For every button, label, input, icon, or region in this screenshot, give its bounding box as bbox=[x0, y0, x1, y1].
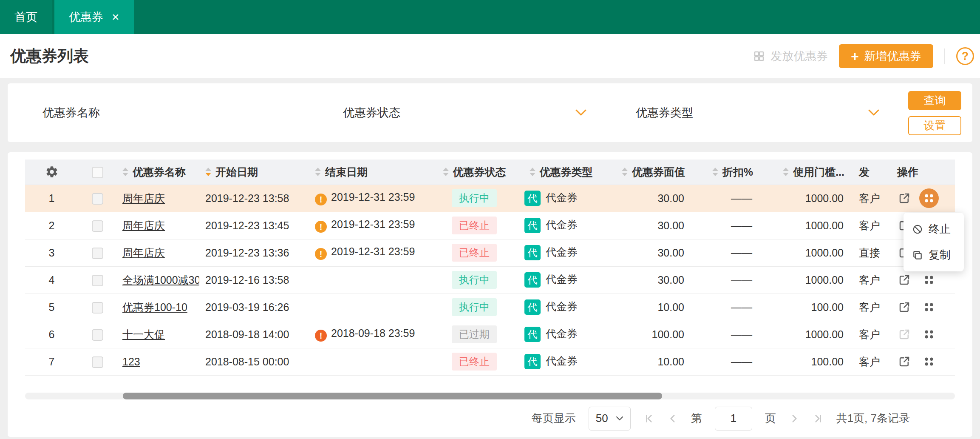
warning-icon: ! bbox=[315, 221, 327, 233]
coupon-name-link[interactable]: 优惠券100-10 bbox=[122, 301, 187, 313]
coupon-status-select[interactable] bbox=[406, 101, 589, 124]
share-icon[interactable] bbox=[898, 301, 911, 314]
sort-icon[interactable] bbox=[622, 168, 628, 176]
add-coupon-button[interactable]: + 新增优惠券 bbox=[839, 44, 933, 68]
usage-threshold: 100.00 bbox=[762, 348, 853, 375]
menu-item-label: 复制 bbox=[929, 248, 951, 262]
usage-threshold: 1000.00 bbox=[762, 239, 853, 266]
row-number: 3 bbox=[25, 239, 78, 266]
menu-item-terminate[interactable]: 终止 bbox=[904, 216, 964, 242]
last-page-button[interactable] bbox=[813, 413, 824, 424]
records-summary: 共1页, 7条记录 bbox=[836, 411, 910, 426]
close-tab-icon[interactable]: × bbox=[112, 11, 119, 23]
more-actions-icon[interactable] bbox=[919, 352, 939, 371]
row-checkbox[interactable] bbox=[92, 248, 103, 259]
distribute-coupon-button[interactable]: 发放优惠券 bbox=[753, 48, 828, 64]
discount-percent: —— bbox=[694, 348, 762, 375]
row-number: 7 bbox=[25, 348, 78, 375]
column-header-start-date: 开始日期 bbox=[215, 165, 258, 179]
coupon-type-label: 代金券 bbox=[546, 328, 578, 339]
more-actions-icon[interactable] bbox=[919, 270, 939, 290]
row-checkbox[interactable] bbox=[92, 220, 103, 232]
page-number-input[interactable] bbox=[715, 407, 752, 430]
warning-icon: ! bbox=[315, 248, 327, 260]
sort-icon[interactable] bbox=[712, 168, 718, 176]
gear-icon[interactable] bbox=[45, 165, 59, 179]
start-date: 2018-08-15 00:00 bbox=[199, 348, 309, 375]
sort-icon[interactable] bbox=[443, 168, 449, 176]
more-actions-icon[interactable] bbox=[919, 188, 939, 208]
coupon-type-icon: 代 bbox=[524, 191, 541, 206]
sort-icon[interactable] bbox=[205, 168, 211, 176]
start-date: 2019-12-23 13:58 bbox=[199, 185, 309, 212]
share-icon[interactable] bbox=[898, 355, 911, 368]
table-row: 5优惠券100-102019-03-19 16:26执行中代代金券10.00——… bbox=[25, 294, 955, 321]
column-header-issue: 发 bbox=[859, 165, 870, 179]
coupon-name-link[interactable]: 十一大促 bbox=[122, 328, 165, 340]
warning-icon: ! bbox=[315, 194, 327, 205]
share-icon[interactable] bbox=[898, 192, 911, 205]
menu-item-copy[interactable]: 复制 bbox=[904, 242, 964, 268]
coupon-name-link[interactable]: 周年店庆 bbox=[122, 192, 165, 204]
end-date: !2018-09-18 23:59 bbox=[309, 321, 430, 348]
status-badge: 已终止 bbox=[452, 217, 497, 234]
search-button[interactable]: 查询 bbox=[908, 91, 961, 110]
row-checkbox[interactable] bbox=[92, 193, 103, 205]
row-checkbox[interactable] bbox=[92, 329, 103, 341]
sort-icon[interactable] bbox=[315, 168, 321, 176]
row-checkbox[interactable] bbox=[92, 302, 103, 314]
more-actions-icon[interactable] bbox=[919, 325, 939, 344]
chevron-down-icon bbox=[616, 416, 623, 421]
sort-icon[interactable] bbox=[122, 168, 128, 176]
coupon-type-select[interactable] bbox=[699, 101, 882, 124]
column-header-end-date: 结束日期 bbox=[325, 165, 368, 179]
prev-page-button[interactable] bbox=[667, 413, 678, 424]
column-header-discount: 折扣% bbox=[722, 165, 753, 179]
settings-button[interactable]: 设置 bbox=[908, 116, 961, 135]
coupon-name-link[interactable]: 周年店庆 bbox=[122, 220, 165, 231]
coupon-face-value: 30.00 bbox=[603, 239, 694, 266]
chevron-down-icon bbox=[575, 109, 586, 116]
coupon-name-link[interactable]: 123 bbox=[122, 356, 140, 368]
issue-method: 客户 bbox=[853, 266, 891, 294]
select-all-checkbox[interactable] bbox=[92, 167, 103, 178]
issue-method: 客户 bbox=[853, 185, 891, 212]
column-header-status: 优惠券状态 bbox=[453, 165, 506, 179]
more-actions-icon[interactable] bbox=[919, 297, 939, 317]
share-icon[interactable] bbox=[898, 328, 911, 341]
coupon-type-icon: 代 bbox=[524, 327, 541, 342]
coupon-face-value: 10.00 bbox=[603, 294, 694, 321]
coupon-face-value: 10.00 bbox=[603, 348, 694, 375]
status-badge: 已终止 bbox=[452, 353, 497, 370]
end-date bbox=[309, 266, 430, 294]
horizontal-scrollbar[interactable] bbox=[25, 393, 955, 399]
coupon-type-icon: 代 bbox=[524, 218, 541, 233]
discount-percent: —— bbox=[694, 266, 762, 294]
filter-panel: 优惠券名称 优惠券状态 优惠券类型 查 bbox=[8, 83, 972, 142]
tab-home[interactable]: 首页 bbox=[0, 0, 52, 34]
page-prefix-label: 第 bbox=[691, 411, 702, 426]
coupon-name-input[interactable] bbox=[106, 101, 290, 124]
scrollbar-thumb[interactable] bbox=[123, 393, 662, 399]
coupon-face-value: 30.00 bbox=[603, 212, 694, 239]
start-date: 2019-12-23 13:45 bbox=[199, 212, 309, 239]
sort-icon[interactable] bbox=[530, 168, 535, 176]
share-icon[interactable] bbox=[898, 274, 911, 286]
pagination: 每页显示 50 第 页 bbox=[25, 406, 955, 431]
row-checkbox[interactable] bbox=[92, 356, 103, 368]
first-page-button[interactable] bbox=[643, 413, 654, 424]
coupon-name-link[interactable]: 周年店庆 bbox=[122, 247, 165, 259]
tab-coupons[interactable]: 优惠券 × bbox=[54, 0, 134, 34]
table-body: 1周年店庆2019-12-23 13:58!2019-12-31 23:59执行… bbox=[25, 185, 955, 375]
row-checkbox[interactable] bbox=[92, 275, 103, 286]
status-badge: 执行中 bbox=[452, 189, 497, 207]
sort-icon[interactable] bbox=[783, 168, 789, 176]
warning-icon: ! bbox=[315, 330, 327, 342]
per-page-select[interactable]: 50 bbox=[589, 407, 631, 430]
usage-threshold: 1000.00 bbox=[762, 185, 853, 212]
coupon-name-link[interactable]: 全场满1000减30 bbox=[122, 274, 199, 286]
coupon-type-label: 代金券 bbox=[546, 355, 578, 367]
next-page-button[interactable] bbox=[789, 413, 800, 424]
divider bbox=[944, 48, 945, 64]
help-icon[interactable]: ? bbox=[956, 47, 974, 65]
